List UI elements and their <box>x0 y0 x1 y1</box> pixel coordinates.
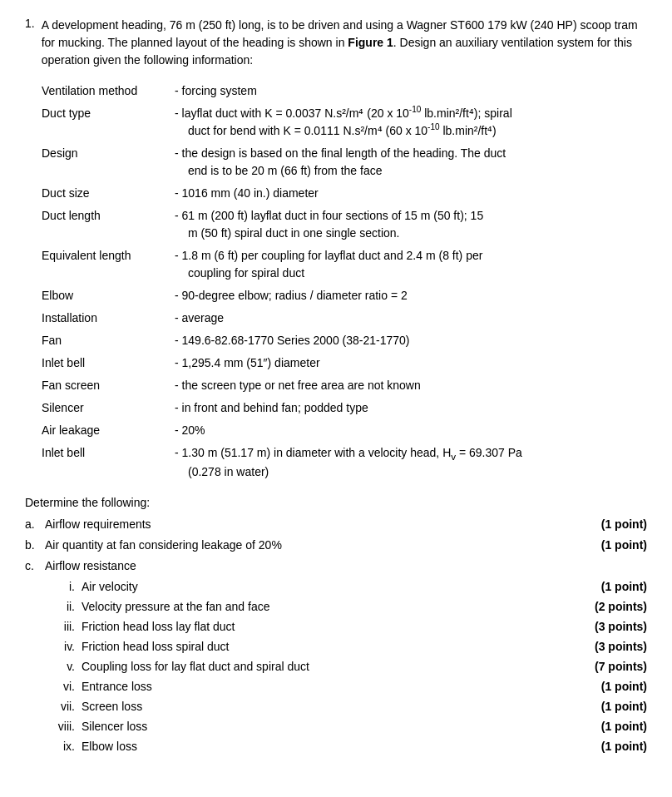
sub-text-v: Coupling loss for lay flat duct and spir… <box>82 658 309 676</box>
task-list: a. Airflow requirements (1 point) b. Air… <box>25 516 647 755</box>
sub-num-vi: vi. <box>50 678 75 696</box>
value-duct-size: - 1016 mm (40 in.) diameter <box>175 185 647 202</box>
info-row-duct-size: Duct size - 1016 mm (40 in.) diameter <box>42 185 647 202</box>
sub-points-iii: (3 points) <box>578 618 647 636</box>
info-row-elbow: Elbow - 90-degree elbow; radius / diamet… <box>42 287 647 304</box>
sub-task-list: i. Air velocity (1 point) ii. Velocity p… <box>50 578 647 755</box>
label-inlet-bell-1: Inlet bell <box>42 354 175 372</box>
determine-title: Determine the following: <box>25 496 647 509</box>
value-air-leakage: - 20% <box>175 422 647 439</box>
sub-item-viii: viii. Silencer loss (1 point) <box>50 718 647 735</box>
problem-container: 1. A development heading, 76 m (250 ft) … <box>25 17 647 755</box>
sub-points-vii: (1 point) <box>585 698 647 715</box>
sub-num-viii: viii. <box>50 718 75 735</box>
sub-item-ii: ii. Velocity pressure at the fan and fac… <box>50 598 647 616</box>
task-letter-b: b. <box>25 537 40 554</box>
sub-num-v: v. <box>50 658 75 676</box>
info-row-installation: Installation - average <box>42 309 647 327</box>
label-equiv-length: Equivalent length <box>42 247 175 282</box>
sub-item-vii: vii. Screen loss (1 point) <box>50 698 647 715</box>
task-item-b: b. Air quantity at fan considering leaka… <box>25 537 647 554</box>
task-text-a: Airflow requirements <box>45 516 151 533</box>
info-row-fan-screen: Fan screen - the screen type or net free… <box>42 377 647 394</box>
sub-item-ix: ix. Elbow loss (1 point) <box>50 738 647 755</box>
task-points-a: (1 point) <box>585 516 647 533</box>
label-duct-length: Duct length <box>42 207 175 242</box>
sub-points-vi: (1 point) <box>585 678 647 696</box>
info-row-duct-length: Duct length - 61 m (200 ft) layflat duct… <box>42 207 647 242</box>
info-row-silencer: Silencer - in front and behind fan; podd… <box>42 399 647 417</box>
sub-points-v: (7 points) <box>578 658 647 676</box>
value-fan: - 149.6-82.68-1770 Series 2000 (38-21-17… <box>175 332 647 349</box>
value-fan-screen: - the screen type or net free area are n… <box>175 377 647 394</box>
label-duct-size: Duct size <box>42 185 175 202</box>
value-equiv-length: - 1.8 m (6 ft) per coupling for layflat … <box>175 247 647 282</box>
problem-text: A development heading, 76 m (250 ft) lon… <box>42 17 647 69</box>
label-installation: Installation <box>42 309 175 327</box>
sub-num-i: i. <box>50 578 75 596</box>
sub-num-vii: vii. <box>50 698 75 715</box>
info-row-duct-type: Duct type - layflat duct with K = 0.0037… <box>42 105 647 140</box>
sub-item-i: i. Air velocity (1 point) <box>50 578 647 596</box>
sub-points-ii: (2 points) <box>578 598 647 616</box>
sub-points-iv: (3 points) <box>578 638 647 656</box>
sub-num-iv: iv. <box>50 638 75 656</box>
task-letter-a: a. <box>25 516 40 533</box>
label-elbow: Elbow <box>42 287 175 304</box>
sub-points-viii: (1 point) <box>585 718 647 735</box>
value-ventilation: - forcing system <box>175 82 647 100</box>
value-inlet-bell-2: - 1.30 m (51.17 m) in diameter with a ve… <box>175 444 647 481</box>
info-row-inlet-bell-1: Inlet bell - 1,295.4 mm (51″) diameter <box>42 354 647 372</box>
info-table: Ventilation method - forcing system Duct… <box>42 82 647 481</box>
sub-item-iii: iii. Friction head loss lay flat duct (3… <box>50 618 647 636</box>
determine-section: Determine the following: a. Airflow requ… <box>25 496 647 755</box>
task-text-c: Airflow resistance <box>45 557 136 575</box>
label-silencer: Silencer <box>42 399 175 417</box>
value-inlet-bell-1: - 1,295.4 mm (51″) diameter <box>175 354 647 372</box>
sub-points-i: (1 point) <box>585 578 647 596</box>
problem-number: 1. <box>25 17 35 69</box>
label-design: Design <box>42 145 175 180</box>
sub-text-i: Air velocity <box>82 578 138 596</box>
task-item-c: c. Airflow resistance <box>25 557 647 575</box>
sub-item-iv: iv. Friction head loss spiral duct (3 po… <box>50 638 647 656</box>
label-inlet-bell-2: Inlet bell <box>42 444 175 481</box>
info-row-air-leakage: Air leakage - 20% <box>42 422 647 439</box>
info-row-inlet-bell-2: Inlet bell - 1.30 m (51.17 m) in diamete… <box>42 444 647 481</box>
label-fan-screen: Fan screen <box>42 377 175 394</box>
task-points-b: (1 point) <box>585 537 647 554</box>
sub-text-iii: Friction head loss lay flat duct <box>82 618 235 636</box>
sub-text-iv: Friction head loss spiral duct <box>82 638 229 656</box>
problem-statement: 1. A development heading, 76 m (250 ft) … <box>25 17 647 69</box>
label-duct-type: Duct type <box>42 105 175 140</box>
sub-item-v: v. Coupling loss for lay flat duct and s… <box>50 658 647 676</box>
task-letter-c: c. <box>25 557 40 575</box>
info-row-fan: Fan - 149.6-82.68-1770 Series 2000 (38-2… <box>42 332 647 349</box>
sub-text-viii: Silencer loss <box>82 718 147 735</box>
value-elbow: - 90-degree elbow; radius / diameter rat… <box>175 287 647 304</box>
sub-text-ix: Elbow loss <box>82 738 137 755</box>
sub-text-ii: Velocity pressure at the fan and face <box>82 598 269 616</box>
label-fan: Fan <box>42 332 175 349</box>
value-design: - the design is based on the final lengt… <box>175 145 647 180</box>
sub-text-vii: Screen loss <box>82 698 142 715</box>
label-ventilation: Ventilation method <box>42 82 175 100</box>
sub-points-ix: (1 point) <box>585 738 647 755</box>
sub-text-vi: Entrance loss <box>82 678 152 696</box>
sub-num-ii: ii. <box>50 598 75 616</box>
sub-num-iii: iii. <box>50 618 75 636</box>
value-duct-length: - 61 m (200 ft) layflat duct in four sec… <box>175 207 647 242</box>
sub-num-ix: ix. <box>50 738 75 755</box>
value-duct-type: - layflat duct with K = 0.0037 N.s²/m⁴ (… <box>175 105 647 140</box>
sub-item-vi: vi. Entrance loss (1 point) <box>50 678 647 696</box>
task-text-b: Air quantity at fan considering leakage … <box>45 537 282 554</box>
info-row-ventilation: Ventilation method - forcing system <box>42 82 647 100</box>
label-air-leakage: Air leakage <box>42 422 175 439</box>
value-installation: - average <box>175 309 647 327</box>
task-item-a: a. Airflow requirements (1 point) <box>25 516 647 533</box>
value-silencer: - in front and behind fan; podded type <box>175 399 647 417</box>
info-row-equiv-length: Equivalent length - 1.8 m (6 ft) per cou… <box>42 247 647 282</box>
info-row-design: Design - the design is based on the fina… <box>42 145 647 180</box>
